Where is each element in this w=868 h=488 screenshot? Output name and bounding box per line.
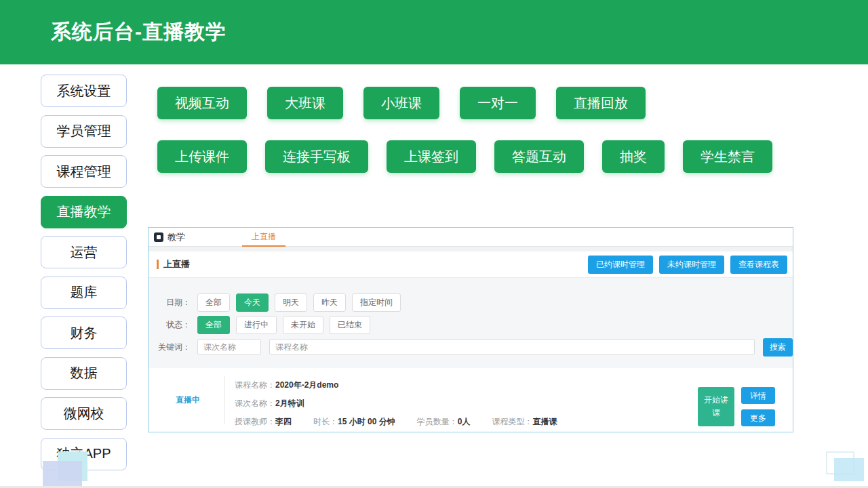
feature-buttons-row1: 视频互动大班课小班课一对一直播回放 bbox=[157, 87, 646, 119]
panel-action-button-3[interactable]: 查看课程表 bbox=[730, 256, 787, 274]
status-filter-label: 状态： bbox=[155, 319, 191, 331]
sidebar-item-4[interactable]: 直播教学 bbox=[41, 196, 127, 228]
course-name-input[interactable] bbox=[269, 339, 755, 355]
decor-square-cyan-right bbox=[834, 458, 864, 481]
tab-live-stream[interactable]: 上直播 bbox=[242, 228, 285, 247]
course-row: 直播中 课程名称： 2020年-2月demo 课次名称： 2月特训 授课教师：李… bbox=[149, 368, 793, 432]
filters-area: 日期： 全部今天明天昨天指定时间 状态： 全部进行中未开始已结束 关键词： 搜索 bbox=[149, 278, 793, 368]
date-option-4[interactable]: 昨天 bbox=[313, 293, 346, 312]
sidebar-item-8[interactable]: 数据 bbox=[41, 357, 127, 390]
feature-button-row1-4[interactable]: 一对一 bbox=[460, 87, 536, 119]
status-option-1[interactable]: 全部 bbox=[197, 316, 230, 334]
panel-tabbar: 教学 上直播 bbox=[149, 228, 793, 247]
teacher-field: 授课教师：李四 bbox=[235, 416, 292, 428]
admin-panel: 教学 上直播 上直播 已约课时管理未约课时管理查看课程表 日期： 全部今天明天昨… bbox=[148, 227, 793, 432]
search-button[interactable]: 搜索 bbox=[763, 338, 793, 357]
decor-square-lavender-left bbox=[43, 461, 82, 488]
filter-row-date: 日期： 全部今天明天昨天指定时间 bbox=[155, 294, 793, 310]
header-actions: 已约课时管理未约课时管理查看课程表 bbox=[588, 256, 787, 274]
sidebar-item-2[interactable]: 学员管理 bbox=[41, 115, 127, 148]
status-option-3[interactable]: 未开始 bbox=[283, 316, 323, 334]
detail-button[interactable]: 详情 bbox=[741, 387, 775, 404]
teach-logo-icon bbox=[154, 232, 163, 242]
feature-button-row1-1[interactable]: 视频互动 bbox=[157, 87, 247, 119]
feature-button-row2-1[interactable]: 上传课件 bbox=[157, 140, 247, 173]
course-status-badge: 直播中 bbox=[176, 394, 200, 406]
feature-button-row2-5[interactable]: 抽奖 bbox=[602, 140, 665, 173]
feature-button-row2-2[interactable]: 连接手写板 bbox=[265, 140, 368, 173]
date-option-5[interactable]: 指定时间 bbox=[352, 293, 401, 312]
duration-field: 时长：15 小时 00 分钟 bbox=[313, 416, 395, 428]
course-info: 课程名称： 2020年-2月demo 课次名称： 2月特训 授课教师：李四 时长… bbox=[235, 376, 578, 431]
session-name-line: 课次名称： 2月特训 bbox=[235, 394, 578, 413]
more-button[interactable]: 更多 bbox=[741, 409, 775, 426]
filter-row-keyword: 关键词： 搜索 bbox=[155, 339, 793, 355]
orange-accent-bar bbox=[157, 260, 159, 269]
status-option-2[interactable]: 进行中 bbox=[236, 316, 277, 334]
feature-button-row1-3[interactable]: 小班课 bbox=[363, 87, 439, 119]
students-field: 学员数量：0人 bbox=[417, 416, 471, 428]
start-lecture-button[interactable]: 开始讲课 bbox=[698, 387, 734, 426]
filter-row-status: 状态： 全部进行中未开始已结束 bbox=[155, 317, 793, 333]
brand-label: 教学 bbox=[167, 231, 185, 243]
course-meta-line: 授课教师：李四 时长：15 小时 00 分钟 学员数量：0人 课程类型：直播课 bbox=[235, 413, 578, 431]
course-type-field: 课程类型：直播课 bbox=[492, 416, 557, 428]
status-option-4[interactable]: 已结束 bbox=[330, 316, 370, 334]
feature-button-row2-4[interactable]: 答题互动 bbox=[494, 140, 584, 173]
page-header: 系统后台-直播教学 bbox=[0, 0, 868, 64]
date-filter-options: 全部今天明天昨天指定时间 bbox=[197, 293, 401, 312]
section-header: 上直播 已约课时管理未约课时管理查看课程表 bbox=[149, 251, 793, 278]
session-name-label: 课次名称： bbox=[235, 398, 275, 409]
panel-action-button-2[interactable]: 未约课时管理 bbox=[659, 256, 724, 274]
sidebar-item-3[interactable]: 课程管理 bbox=[41, 155, 127, 188]
section-title: 上直播 bbox=[163, 258, 190, 270]
feature-button-row1-5[interactable]: 直播回放 bbox=[556, 87, 646, 119]
session-name-input[interactable] bbox=[197, 339, 261, 355]
date-option-1[interactable]: 全部 bbox=[197, 293, 230, 312]
feature-buttons-row2: 上传课件连接手写板上课签到答题互动抽奖学生禁言 bbox=[157, 140, 772, 173]
vertical-divider bbox=[224, 376, 225, 424]
sidebar-item-5[interactable]: 运营 bbox=[41, 236, 127, 268]
course-name-line: 课程名称： 2020年-2月demo bbox=[235, 376, 578, 394]
feature-button-row2-3[interactable]: 上课签到 bbox=[387, 140, 476, 173]
status-filter-options: 全部进行中未开始已结束 bbox=[197, 316, 370, 334]
sidebar-item-1[interactable]: 系统设置 bbox=[41, 75, 127, 107]
date-option-3[interactable]: 明天 bbox=[275, 293, 307, 312]
page-title: 系统后台-直播教学 bbox=[51, 18, 226, 46]
session-name-value: 2月特训 bbox=[275, 398, 304, 409]
feature-button-row2-6[interactable]: 学生禁言 bbox=[683, 140, 772, 173]
date-option-2[interactable]: 今天 bbox=[236, 293, 269, 312]
divider-strip bbox=[149, 247, 793, 251]
panel-action-button-1[interactable]: 已约课时管理 bbox=[588, 256, 653, 274]
course-name-label: 课程名称： bbox=[235, 380, 275, 391]
sidebar-item-7[interactable]: 财务 bbox=[41, 317, 127, 349]
section-title-wrap: 上直播 bbox=[157, 258, 190, 270]
keyword-filter-label: 关键词： bbox=[155, 342, 191, 353]
sidebar-item-6[interactable]: 题库 bbox=[41, 277, 127, 309]
course-name-value: 2020年-2月demo bbox=[275, 380, 338, 391]
feature-button-row1-2[interactable]: 大班课 bbox=[267, 87, 343, 119]
sidebar: 系统设置学员管理课程管理直播教学运营题库财务数据微网校独立APP bbox=[41, 75, 127, 470]
date-filter-label: 日期： bbox=[155, 297, 191, 308]
sidebar-item-9[interactable]: 微网校 bbox=[41, 397, 127, 430]
